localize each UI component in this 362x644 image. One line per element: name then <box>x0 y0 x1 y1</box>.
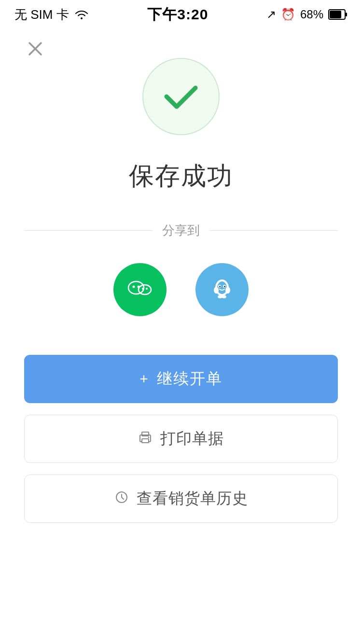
close-button[interactable] <box>23 37 47 61</box>
close-icon <box>27 40 44 57</box>
status-bar: 无 SIM 卡 下午3:20 ↗ ⏰ 68% <box>0 0 362 29</box>
checkmark-icon <box>159 75 203 118</box>
view-history-label: 查看销货单历史 <box>137 488 248 509</box>
share-divider: 分享到 <box>24 222 338 239</box>
alarm-icon: ⏰ <box>281 8 295 21</box>
divider-line-left <box>24 230 153 231</box>
qq-icon <box>207 274 237 305</box>
svg-point-16 <box>224 286 225 287</box>
divider-line-right <box>209 230 338 231</box>
continue-order-label: 继续开单 <box>157 368 223 390</box>
share-label: 分享到 <box>162 222 200 239</box>
continue-order-button[interactable]: + 继续开单 <box>24 355 338 403</box>
svg-point-15 <box>219 286 221 287</box>
print-receipt-button[interactable]: 打印单据 <box>24 415 338 463</box>
svg-point-8 <box>138 286 140 288</box>
svg-point-12 <box>217 281 227 294</box>
svg-point-6 <box>139 285 151 294</box>
svg-point-9 <box>142 288 144 290</box>
wifi-icon <box>74 9 89 20</box>
wechat-share-button[interactable] <box>113 263 167 316</box>
battery-percentage: 68% <box>300 8 323 21</box>
svg-point-5 <box>128 281 144 294</box>
battery-icon <box>328 9 348 20</box>
svg-point-7 <box>133 286 135 288</box>
svg-point-18 <box>225 287 230 294</box>
location-icon: ↗ <box>266 8 276 21</box>
action-buttons: + 继续开单 打印单据 查看销货单历史 <box>24 355 338 523</box>
printer-icon <box>138 430 153 448</box>
svg-rect-2 <box>346 13 347 16</box>
carrier-text: 无 SIM 卡 <box>14 6 69 23</box>
status-carrier: 无 SIM 卡 <box>14 6 89 23</box>
svg-point-10 <box>146 288 148 290</box>
status-time: 下午3:20 <box>147 5 208 25</box>
svg-rect-1 <box>330 11 341 18</box>
share-icons-container <box>113 263 249 316</box>
history-icon <box>114 490 129 508</box>
qq-share-button[interactable] <box>195 263 249 316</box>
success-title: 保存成功 <box>129 159 233 193</box>
status-indicators: ↗ ⏰ 68% <box>266 8 348 21</box>
print-receipt-label: 打印单据 <box>160 428 224 449</box>
wechat-icon <box>125 274 155 305</box>
svg-rect-23 <box>142 439 149 443</box>
svg-point-24 <box>148 436 150 438</box>
view-history-button[interactable]: 查看销货单历史 <box>24 475 338 523</box>
svg-point-17 <box>214 287 219 294</box>
plus-icon: + <box>139 371 149 387</box>
svg-point-20 <box>222 295 226 298</box>
main-content: 保存成功 分享到 <box>0 29 362 523</box>
success-icon-circle <box>142 58 220 135</box>
